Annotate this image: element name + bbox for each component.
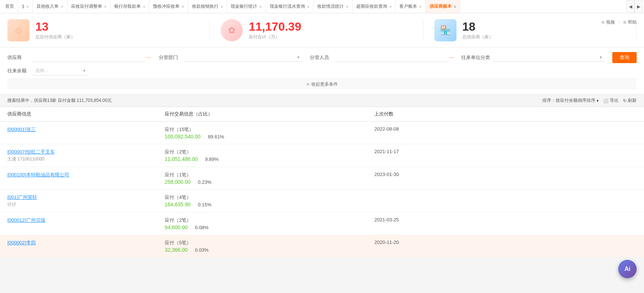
trans-pct-2: 9.89% bbox=[205, 156, 219, 162]
dept-select[interactable]: ▾ bbox=[184, 54, 303, 62]
trans-row-5: 94,600.00 0.08% bbox=[165, 224, 374, 230]
refresh-label: 刷新 bbox=[628, 97, 637, 104]
lastpay-5: 2021-03-25 bbox=[374, 217, 479, 223]
close-icon[interactable]: × bbox=[389, 4, 392, 9]
sort-label: 排序：按应付余额倒序排序 bbox=[542, 97, 595, 104]
transaction-info-4: 应付（4笔） 164,635.90 0.15% bbox=[165, 194, 374, 207]
trans-row-2: 11,051,486.00 9.89% bbox=[165, 156, 374, 162]
nav-tab-cash-flow[interactable]: 现金银行流水查询 × bbox=[266, 0, 314, 13]
filter-balance: 往来余额 选择... ▾ bbox=[7, 66, 88, 76]
chevron-down-icon: ▾ bbox=[83, 68, 85, 73]
supplier-info-4: [001]广州荣轩 仔仔 bbox=[7, 194, 165, 208]
store-icon: 🏪 bbox=[434, 19, 456, 41]
supplier-dots-icon[interactable]: ··· bbox=[146, 54, 151, 61]
person-input[interactable] bbox=[335, 53, 447, 62]
supplier-info-1: [000001]张三 bbox=[7, 126, 165, 133]
supplier-link-2[interactable]: [000007]恒旺二手叉车 bbox=[7, 149, 165, 155]
trans-amount-2[interactable]: 11,051,486.00 bbox=[165, 156, 198, 162]
nav-arrow-right[interactable]: ▶ bbox=[634, 0, 643, 13]
balance-select[interactable]: 选择... ▾ bbox=[32, 66, 88, 76]
trans-label-2: 应付（2笔） bbox=[165, 149, 374, 155]
transaction-info-2: 应付（2笔） 11,051,486.00 9.89% bbox=[165, 149, 374, 162]
close-icon[interactable]: × bbox=[27, 4, 29, 9]
close-icon[interactable]: × bbox=[346, 4, 348, 9]
nav-tab-supplier-ledger[interactable]: 供应商账本 × bbox=[426, 0, 460, 13]
supplier-sub-4: 仔仔 bbox=[7, 201, 165, 208]
transaction-info-5: 应付（2笔） 94,600.00 0.08% bbox=[165, 217, 374, 230]
trans-pct-6: 0.03% bbox=[195, 247, 209, 253]
nav-tab-advance-verify-label: 预收冲应收单 bbox=[153, 3, 179, 10]
refresh-button[interactable]: ↻ 刷新 bbox=[623, 97, 637, 104]
help-link[interactable]: ⊙ 帮助 bbox=[623, 20, 637, 25]
close-icon[interactable]: × bbox=[419, 4, 421, 9]
supplier-link-3[interactable]: [000100]本特勒油品有限公司 bbox=[7, 172, 165, 178]
query-button[interactable]: 查询 bbox=[612, 52, 637, 63]
export-button[interactable]: ⬜ 导出 bbox=[603, 97, 619, 104]
nav-tab-customer-ledger[interactable]: 客户账本 × bbox=[396, 0, 426, 13]
stats-banner: ◇ 13 总应付供应商（家） ✿ 11,170.39 应付合计（万） 🏪 18 … bbox=[0, 13, 644, 48]
nav-tab-supplier-ledger-label: 供应商账本 bbox=[430, 3, 452, 10]
table-row: [001]广州荣轩 仔仔 应付（4笔） 164,635.90 0.15% bbox=[0, 190, 644, 213]
close-icon[interactable]: × bbox=[221, 4, 223, 9]
nav-tab-other-income-label: 其他收入单 bbox=[36, 3, 59, 10]
supplier-input[interactable] bbox=[32, 53, 145, 62]
right-actions: 排序：按应付余额倒序排序 ▾ ⬜ 导出 ↻ 刷新 bbox=[542, 97, 637, 104]
nav-tab-3[interactable]: 3 × bbox=[18, 0, 33, 13]
nav-tab-overdue[interactable]: 超期应收款查询 × bbox=[353, 0, 396, 13]
nav-tab-receipt-exec-label: 收款核销执行 bbox=[192, 3, 218, 10]
nav-tab-ap-adjust[interactable]: 应收应付调整单 × bbox=[67, 0, 111, 13]
table-row: [000002]李四 应付（5笔） 32,366.00 0.03% 2020-1… bbox=[0, 235, 644, 258]
supplier-link-1[interactable]: [000001]张三 bbox=[7, 126, 165, 133]
stat-value-1: 13 bbox=[35, 21, 75, 32]
stat-block-suppliers-payable: ◇ 13 总应付供应商（家） bbox=[7, 19, 210, 41]
close-icon[interactable]: × bbox=[259, 4, 262, 9]
last-pay-date-2: 2021-11-17 bbox=[374, 149, 479, 154]
stat-value-2: 11,170.39 bbox=[249, 21, 301, 32]
trans-amount-1[interactable]: 100,092,540.00 bbox=[165, 134, 200, 139]
close-icon[interactable]: × bbox=[104, 4, 106, 9]
nav-tab-other-income[interactable]: 其他收入单 × bbox=[33, 0, 67, 13]
stat-label-2: 应付合计（万） bbox=[249, 34, 301, 40]
nav-tab-receipt-exec[interactable]: 收款核销执行 × bbox=[188, 0, 227, 13]
filter-supplier: 供应商 ··· bbox=[7, 53, 151, 62]
nav-tab-home[interactable]: 首页 bbox=[1, 0, 18, 13]
supplier-link-4[interactable]: [001]广州荣轩 bbox=[7, 194, 165, 201]
close-icon[interactable]: × bbox=[61, 4, 63, 9]
close-icon[interactable]: × bbox=[182, 4, 184, 9]
nav-tab-bank-deposit-label: 银行存取款单 bbox=[114, 3, 141, 10]
table-row: [000012]广州贝瑞 应付（2笔） 94,600.00 0.08% 2021… bbox=[0, 213, 644, 235]
supplier-link-5[interactable]: [000012]广州贝瑞 bbox=[7, 217, 165, 224]
video-link[interactable]: ⊙ 视频 bbox=[601, 20, 615, 25]
nav-arrows: ◀ ▶ bbox=[626, 0, 643, 13]
grain-icon: ✿ bbox=[221, 19, 243, 41]
supplier-sub-2: 王通 17106110000 bbox=[7, 156, 165, 162]
stat-value-3: 18 bbox=[462, 21, 493, 32]
trans-row-3: 258,000.00 0.23% bbox=[165, 179, 374, 185]
supplier-link-6[interactable]: [000002]李四 bbox=[7, 239, 165, 246]
sort-select[interactable]: 排序：按应付余额倒序排序 ▾ bbox=[542, 97, 599, 104]
trans-amount-4[interactable]: 164,635.90 bbox=[165, 201, 190, 207]
nav-tab-cash-bank-stat[interactable]: 现金银行统计 × bbox=[227, 0, 266, 13]
supplier-info-2: [000007]恒旺二手叉车 王通 17106110000 bbox=[7, 149, 165, 162]
export-icon: ⬜ bbox=[603, 98, 609, 103]
last-pay-date-6: 2020-11-20 bbox=[374, 239, 479, 245]
trans-amount-3[interactable]: 258,000.00 bbox=[165, 179, 190, 185]
stat-info-3: 18 总供应商（家） bbox=[462, 21, 493, 40]
trans-amount-5[interactable]: 94,600.00 bbox=[165, 224, 188, 230]
filter-row-1: 供应商 ··· 分管部门 ▾ 分管人员 ··· 往来单位分类 ▾ 查询 bbox=[7, 52, 637, 63]
close-icon[interactable]: × bbox=[307, 4, 309, 9]
trans-row-1: 100,092,540.00 89.61% bbox=[165, 134, 374, 139]
nav-tab-ap-adjust-label: 应收应付调整单 bbox=[71, 3, 102, 10]
nav-tab-advance-verify[interactable]: 预收冲应收单 × bbox=[149, 0, 188, 13]
collapse-bar[interactable]: ∧ 收起更多条件 bbox=[7, 79, 637, 90]
nav-arrow-left[interactable]: ◀ bbox=[626, 0, 634, 13]
category-select[interactable]: ▾ bbox=[493, 54, 605, 62]
close-icon[interactable]: × bbox=[143, 4, 145, 9]
chevron-down-icon: ▾ bbox=[596, 98, 599, 103]
person-dots-icon[interactable]: ··· bbox=[449, 54, 454, 61]
nav-tab-receipt-stat[interactable]: 收款情况统计 × bbox=[314, 0, 352, 13]
nav-tab-bank-deposit[interactable]: 银行存取款单 × bbox=[111, 0, 149, 13]
trans-amount-6[interactable]: 32,366.00 bbox=[165, 247, 188, 253]
export-label: 导出 bbox=[610, 97, 619, 104]
close-icon[interactable]: × bbox=[454, 4, 456, 9]
